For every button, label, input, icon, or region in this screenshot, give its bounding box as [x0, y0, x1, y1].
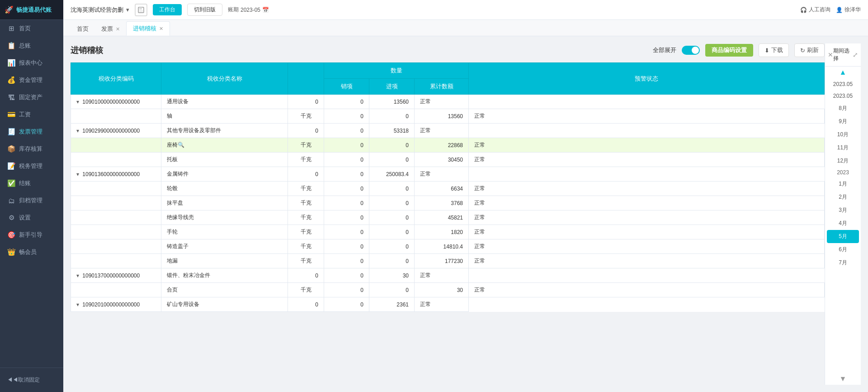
- panel-expand-button[interactable]: ⤢: [853, 51, 858, 58]
- tax-code-value: 1090201000000000000: [82, 301, 140, 308]
- tab-reconciliation[interactable]: 进销稽核 ✕: [126, 21, 170, 36]
- total-cell: 53318: [369, 124, 415, 138]
- refresh-button[interactable]: ↻ 刷新: [794, 43, 825, 57]
- sidebar-item-report[interactable]: 📊 报表中心: [0, 54, 63, 72]
- app-logo: 🚀 畅捷通易代账: [0, 0, 63, 20]
- period-scroll-up[interactable]: ▲: [825, 67, 861, 78]
- tab-home-label: 首页: [77, 25, 89, 33]
- user-menu[interactable]: 👤 徐泽华: [836, 6, 861, 14]
- table-row: 绝缘导线壳 千克 0 0 45821 正常: [71, 210, 825, 225]
- workbench-button[interactable]: 工作台: [153, 4, 182, 15]
- sidebar-item-assets[interactable]: 🏗 固定资产: [0, 89, 63, 106]
- sidebar-item-ledger[interactable]: 📋 总账: [0, 37, 63, 54]
- status-cell: 正常: [415, 124, 469, 138]
- collapse-icon[interactable]: ▾: [76, 171, 79, 177]
- sales-cell: 0: [324, 254, 369, 268]
- sidebar-item-tax[interactable]: 📝 税务管理: [0, 158, 63, 175]
- total-cell: 177230: [415, 254, 469, 268]
- period-6[interactable]: 6月: [825, 243, 861, 256]
- table-row: 合页 千克 0 0 30 正常: [71, 283, 825, 297]
- sidebar-item-finance[interactable]: 💰 资金管理: [0, 72, 63, 89]
- period-1[interactable]: 1月: [825, 177, 861, 191]
- tax-code-cell: [71, 196, 161, 210]
- download-button[interactable]: ⬇ 下载: [759, 43, 789, 57]
- calendar-icon[interactable]: 📅: [262, 7, 269, 13]
- period-11[interactable]: 11月: [825, 141, 861, 154]
- sidebar-item-label: 总账: [19, 42, 31, 50]
- settings-icon: ⚙: [7, 214, 15, 222]
- period-2[interactable]: 2月: [825, 191, 861, 204]
- tax-code-cell: [71, 182, 161, 196]
- guide-icon: 🎯: [7, 231, 15, 239]
- switch-version-button[interactable]: 切到旧版: [187, 4, 222, 16]
- tab-invoice-close[interactable]: ✕: [116, 26, 120, 32]
- th-sales: 销项: [324, 79, 369, 95]
- period-4[interactable]: 4月: [825, 217, 861, 230]
- sidebar-item-member[interactable]: 👑 畅会员: [0, 244, 63, 261]
- total-cell: 30: [369, 268, 415, 283]
- company-selector[interactable]: 沈海英测试经营勿删 ▾: [71, 6, 129, 14]
- sidebar-item-inventory[interactable]: 📦 库存核算: [0, 140, 63, 158]
- sidebar-item-salary[interactable]: 💳 工资: [0, 106, 63, 123]
- collapse-icon[interactable]: ▾: [76, 272, 79, 279]
- tax-name-cell: 矿山专用设备: [161, 297, 288, 312]
- panel-close-button[interactable]: ✕: [828, 51, 833, 58]
- sidebar-item-label: 税务管理: [19, 162, 42, 170]
- period-10[interactable]: 10月: [825, 128, 861, 141]
- unit-cell: 千克: [288, 254, 324, 268]
- period-8[interactable]: 8月: [825, 102, 861, 115]
- sales-cell: 0: [324, 210, 369, 225]
- sidebar-item-settings[interactable]: ⚙ 设置: [0, 209, 63, 226]
- period-5[interactable]: 5月: [827, 230, 859, 243]
- period-12[interactable]: 12月: [825, 154, 861, 167]
- product-code-button[interactable]: 商品编码设置: [705, 44, 753, 57]
- period-3[interactable]: 3月: [825, 204, 861, 217]
- sidebar-item-checkout[interactable]: ✅ 结账: [0, 175, 63, 192]
- expand-all-toggle[interactable]: [682, 46, 700, 55]
- unpin-button[interactable]: ◀◀取消固定: [0, 373, 63, 387]
- tab-home[interactable]: 首页: [71, 22, 95, 36]
- period-scroll-down[interactable]: ▼: [825, 373, 861, 385]
- search-icon[interactable]: 🔍: [178, 142, 184, 148]
- tab-reconciliation-close[interactable]: ✕: [159, 26, 163, 32]
- company-name: 沈海英测试经营勿删: [71, 6, 123, 14]
- period-display: 账期 2023-05 📅: [228, 6, 269, 14]
- sidebar-item-guide[interactable]: 🎯 新手引导: [0, 226, 63, 244]
- period-9[interactable]: 9月: [825, 115, 861, 128]
- save-button[interactable]: [135, 4, 147, 16]
- period-7[interactable]: 7月: [825, 256, 861, 269]
- collapse-icon[interactable]: ▾: [76, 301, 79, 308]
- unit-cell: 千克: [288, 138, 324, 153]
- salary-icon: 💳: [7, 110, 15, 119]
- checkout-icon: ✅: [7, 179, 15, 187]
- total-cell: 3768: [415, 196, 469, 210]
- sidebar-item-invoice[interactable]: 🧾 发票管理: [0, 123, 63, 140]
- tab-invoice[interactable]: 发票 ✕: [95, 22, 126, 36]
- period-2023-05-alt[interactable]: 2023.05: [825, 90, 861, 102]
- sidebar-item-label: 固定资产: [19, 93, 42, 101]
- inventory-icon: 📦: [7, 145, 15, 153]
- tax-code-cell: ▾ 1090201000000000000: [71, 297, 161, 312]
- status-cell: 正常: [415, 95, 469, 109]
- status-cell: 正常: [469, 225, 825, 239]
- status-cell: 正常: [415, 297, 469, 312]
- service-button[interactable]: 🎧 人工咨询: [800, 6, 830, 14]
- company-dropdown-icon[interactable]: ▾: [126, 6, 129, 13]
- table-row: 地漏 千克 0 0 177230 正常: [71, 254, 825, 268]
- sidebar-item-label: 结账: [19, 179, 31, 187]
- service-icon: 🎧: [800, 7, 807, 13]
- period-2023-05-before[interactable]: 2023.05: [825, 78, 861, 90]
- sidebar-item-home[interactable]: ⊞ 首页: [0, 20, 63, 37]
- th-purchase: 进项: [369, 79, 415, 95]
- status-cell: 正常: [469, 182, 825, 196]
- sidebar-item-label: 发票管理: [19, 128, 42, 136]
- sales-cell: 0: [324, 225, 369, 239]
- collapse-icon[interactable]: ▾: [76, 99, 79, 105]
- collapse-icon[interactable]: ▾: [76, 128, 79, 134]
- sidebar-item-archive[interactable]: 🗂 归档管理: [0, 192, 63, 209]
- unit-cell: 千克: [288, 283, 324, 297]
- status-cell: 正常: [415, 268, 469, 283]
- status-cell: 正常: [469, 254, 825, 268]
- tax-code-value: 1090136000000000000: [82, 171, 140, 177]
- tab-invoice-label: 发票: [101, 25, 113, 33]
